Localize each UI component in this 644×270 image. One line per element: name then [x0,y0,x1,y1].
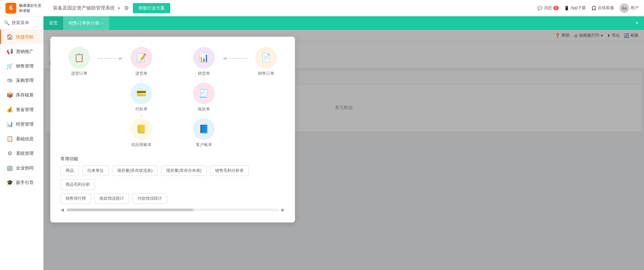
spacer-4 [160,76,185,83]
sidebar-item-marketing[interactable]: 📢 营销推广 [0,44,43,59]
box-icon: 📦 [6,92,13,98]
popup-scrollbar[interactable]: ◀ ▶ [60,207,285,212]
tab-bar-close-button[interactable]: × [630,20,644,26]
building-icon: 🏢 [6,165,13,171]
sidebar-item-finance[interactable]: 💰 资金管理 [0,102,43,117]
flow-node-customer[interactable]: 📘 客户账本 [185,118,223,148]
cart-icon: 🛒 [6,63,13,69]
flow-node-purchase-receipt[interactable]: 📝 进货单 [123,47,160,76]
user-menu[interactable]: Ea 用户 [620,3,639,13]
flow-diagram: 📋 进货订单 ▶ 📝 进货单 [60,47,285,148]
purchase-receipt-icon: 📝 [130,47,152,69]
spacer-6 [247,76,285,83]
arrow-h2: ◀ [223,56,247,68]
sidebar-label-purchase: 采购管理 [16,77,34,84]
sidebar-label-finance: 资金管理 [16,107,34,113]
flow-node-supplier[interactable]: 📒 供应商账本 [123,118,160,148]
sidebar-item-newbie[interactable]: 🎓 新手引导 [0,175,43,190]
sidebar-item-basic-info[interactable]: 📋 基础信息 [0,131,43,146]
scrollbar-track [67,209,279,211]
sidebar-item-enterprise[interactable]: 🏢 企业协同 [0,161,43,175]
sales-order-icon: 📄 [255,47,277,69]
spacer-14 [160,112,185,118]
search-icon: 🔍 [4,20,10,25]
arrow-down-payment: ↓ [123,76,160,83]
sidebar-label-operations: 经营管理 [16,121,34,127]
func-stock-dist[interactable]: 现存量(库存分布表) [161,165,207,176]
system-title-text: 装备及固定资产辅助管理系统 [53,5,115,11]
func-product[interactable]: 商品 [60,165,79,176]
popup-overlay: 📋 进货订单 ▶ 📝 进货单 [43,30,644,270]
settings-button[interactable]: ⚙ [124,5,129,11]
func-row-1: 商品 往来单位 现存量(库存状况表) 现存量(库存分布表) 销售毛利分析表 商品… [60,165,285,190]
avatar: Ea [620,3,629,13]
flow-row-arrows: ↓ ↓ [60,76,285,83]
func-sales-rank[interactable]: 销售排行榜 [60,193,91,204]
spacer-5 [223,76,247,83]
sidebar-item-operations[interactable]: 📊 经营管理 [0,117,43,131]
customer-icon: 📘 [193,118,215,140]
scroll-right-icon[interactable]: ▶ [281,207,285,212]
tab-home[interactable]: 首页 [43,16,63,30]
func-receipt-stats[interactable]: 收款情况统计 [94,193,129,204]
func-sales-margin[interactable]: 销售毛利分析表 [210,165,249,176]
spacer-12 [60,112,98,118]
search-menu[interactable]: 🔍 搜索菜单 [0,16,43,30]
sales-receipt-icon: 📊 [193,47,215,69]
headset-icon: 🎧 [591,6,596,11]
spacer-15 [223,112,247,118]
tab-close-icon[interactable]: × [102,21,104,25]
online-service-button[interactable]: 🎧 在线客服 [591,5,614,11]
receipt-icon: 🧾 [193,83,215,104]
arrow-h1: ▶ [98,56,123,68]
megaphone-icon: 📢 [6,48,13,55]
flow-node-sales-order[interactable]: 📄 销售订单 [247,47,285,76]
func-product-margin[interactable]: 商品毛利分析 [60,179,95,190]
flow-node-payment[interactable]: 💳 付款单 [123,83,160,112]
logo-icon: 6 [5,3,16,14]
message-icon: 💬 [537,6,542,11]
flow-node-receipt[interactable]: 🧾 收款单 [185,83,223,112]
content-body: ❓ 帮助 🖨 按模板打印 ▾ ⬆ 导出 🔄 刷新 [43,30,644,270]
tab-sales-order[interactable]: 销售订单执行表 × [63,16,109,30]
payment-label: 付款单 [135,106,147,112]
quick-nav-popup: 📋 进货订单 ▶ 📝 进货单 [50,37,295,222]
dropdown-icon[interactable]: ▾ [118,5,120,11]
purchase-order-label: 进货订单 [71,71,87,76]
sidebar-item-purchase[interactable]: 🛍 采购管理 [0,73,43,88]
arrow-down-receipt: ↓ [185,76,223,83]
sidebar-item-system[interactable]: ⚙ 系统管理 [0,146,43,161]
common-funcs: 常用功能 商品 往来单位 现存量(库存状况表) 现存量(库存分布表) 销售毛利分… [60,156,285,204]
logo: 6 畅康通好生意 标准版 [5,3,49,14]
sidebar-item-inventory[interactable]: 📦 库存核算 [0,88,43,102]
sidebar-item-quick-nav[interactable]: 🏠 快捷导航 [0,30,43,44]
purchase-order-icon: 📋 [68,47,90,69]
sidebar-label-system: 系统管理 [16,150,34,157]
app-download-button[interactable]: 📱 App下载 [564,5,586,11]
home-icon: 🏠 [6,34,13,40]
money-icon: 💰 [6,106,13,113]
sales-receipt-label: 销货单 [198,71,210,76]
graduation-icon: 🎓 [6,179,13,186]
spacer-13 [98,112,123,118]
func-counterpart[interactable]: 往来单位 [82,165,109,176]
sidebar-label-basic-info: 基础信息 [16,136,34,142]
func-stock-status[interactable]: 现存量(库存状况表) [112,165,158,176]
tab-bar: 首页 销售订单执行表 × × [43,16,644,30]
trial-button[interactable]: 体验行业方案 [133,3,170,13]
spacer-3 [98,76,123,83]
message-button[interactable]: 💬 消息 5 [537,5,559,11]
content-area: 首页 销售订单执行表 × × ❓ 帮助 🖨 按 [43,16,644,270]
scroll-left-icon[interactable]: ◀ [60,207,64,212]
supplier-label: 供应商账本 [131,142,152,148]
func-payment-stats[interactable]: 付款情况统计 [133,193,167,204]
scrollbar-thumb [67,209,194,211]
payment-icon: 💳 [130,83,152,104]
flow-node-sales-receipt[interactable]: 📊 销货单 [185,47,223,76]
flow-node-purchase-order[interactable]: 📋 进货订单 [60,47,98,76]
gear-icon: ⚙ [6,150,13,157]
arrow-down-supplier: ↓ [123,112,160,118]
sidebar-item-sales[interactable]: 🛒 销售管理 [0,59,43,73]
phone-icon: 📱 [564,6,569,11]
logo-text: 畅康通好生意 标准版 [19,3,41,13]
